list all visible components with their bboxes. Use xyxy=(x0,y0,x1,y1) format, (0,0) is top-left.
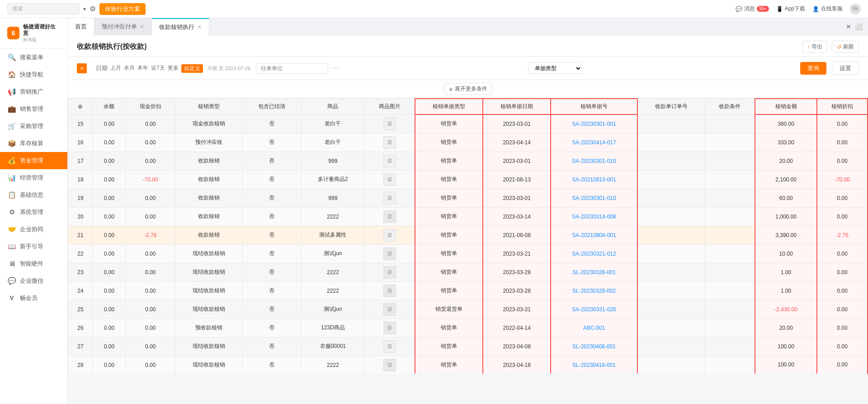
cell-cancel-bill-type: 销货单 xyxy=(415,263,483,281)
date-custom[interactable]: 自定义 xyxy=(181,64,203,73)
industry-btn[interactable]: 休验行业方案 xyxy=(99,3,146,15)
maximize-icon[interactable]: ⬜ xyxy=(855,23,863,30)
expand-label: 展开更多条件 xyxy=(455,85,487,93)
cell-cancel-bill-no[interactable]: SL-20230328-002 xyxy=(551,281,637,300)
online-service-group[interactable]: 👤 在线客服 xyxy=(812,5,843,13)
cell-cancel-bill-no[interactable]: SA-20230321-012 xyxy=(551,244,637,263)
date-last-month[interactable]: 上月 xyxy=(110,64,121,73)
bill-no-link[interactable]: SA-20210813-001 xyxy=(572,176,616,183)
cell-cancel-bill-no[interactable]: SA-20230314-008 xyxy=(551,207,637,226)
cell-cancel-bill-no[interactable]: SA-20230331-026 xyxy=(551,300,637,318)
sidebar-item-sales[interactable]: 💼 销售管理 xyxy=(0,100,67,118)
cell-cancel-bill-no[interactable]: SA-20210808-001 xyxy=(551,226,637,244)
date-this-year[interactable]: 本年 xyxy=(137,64,148,73)
sidebar-item-system[interactable]: ⚙ 系统管理 xyxy=(0,204,67,221)
filter-expand-arrow[interactable]: » xyxy=(77,63,87,73)
settings-icon[interactable]: ⚙ xyxy=(90,5,96,13)
cell-product-image: 🖼 xyxy=(365,356,415,374)
sidebar-item-purchase[interactable]: 🛒 采购管理 xyxy=(0,118,67,135)
date-more[interactable]: 更多 xyxy=(168,64,179,73)
bill-no-link[interactable]: SA-20230321-012 xyxy=(572,251,616,257)
sidebar-item-enterprise-coop[interactable]: 🤝 企业协同 xyxy=(0,221,67,238)
bill-no-link[interactable]: SA-20210808-001 xyxy=(572,232,616,238)
bill-no-link[interactable]: SA-20230314-008 xyxy=(572,214,616,220)
cell-cancel-bill-no[interactable]: SL-20230408-001 xyxy=(551,337,637,356)
user-avatar[interactable]: Rit xyxy=(850,4,861,14)
col-settings[interactable]: ⚙ xyxy=(68,99,93,114)
refresh-btn[interactable]: ↺ 刷新 xyxy=(832,41,859,53)
app-download-group[interactable]: 📱 App下载 xyxy=(776,5,805,13)
sidebar-item-search-menu[interactable]: 🔍 搜索菜单 xyxy=(0,49,67,66)
export-label: 导出 xyxy=(811,43,822,51)
quick-nav-icon: 🏠 xyxy=(7,71,16,79)
dropdown-arrow[interactable]: ▾ xyxy=(83,6,86,12)
cell-cancel-bill-no[interactable]: SA-20230301-010 xyxy=(551,189,637,207)
search-placeholder: 搜索 xyxy=(7,3,80,14)
bill-no-link[interactable]: SA-20230331-026 xyxy=(572,306,616,313)
product-img: 🖼 xyxy=(383,322,396,334)
cell-cancel-bill-no[interactable]: SA-20230301-001 xyxy=(551,114,637,133)
sidebar-item-finance[interactable]: 💰 资金管理 xyxy=(0,152,67,169)
cell-cancel-bill-no[interactable]: SL-20230328-001 xyxy=(551,263,637,281)
date-this-month[interactable]: 本月 xyxy=(124,64,135,73)
bill-no-link[interactable]: SA-20230301-010 xyxy=(572,195,616,201)
sidebar-item-starter[interactable]: 📖 新手引导 xyxy=(0,238,67,255)
cell-receipt-order-no xyxy=(637,226,705,244)
tab-home[interactable]: 首页 xyxy=(68,18,94,35)
cell-receipt-order-no xyxy=(637,170,705,189)
expand-conditions-btn[interactable]: ∨ 展开更多条件 xyxy=(444,83,492,95)
col-cancel-bill-no: 核销单据号 xyxy=(551,99,637,114)
single-type-select[interactable]: 单据类型 xyxy=(528,62,582,74)
cell-cancel-amount: 2,100.00 xyxy=(755,170,817,189)
cell-cancel-discount: 0.00 xyxy=(817,337,868,356)
tab-receipt-cancel[interactable]: 收款核销执行 ✕ xyxy=(152,18,209,35)
page-title: 收款核销执行(按收款) xyxy=(77,42,147,52)
cell-cancel-bill-no[interactable]: SA-20230414-017 xyxy=(551,133,637,152)
cell-cash-discount: 0.00 xyxy=(125,152,175,170)
cell-cancel-bill-date: 2021-08-13 xyxy=(483,170,551,189)
tab-prepay-close[interactable]: ✕ xyxy=(140,24,144,30)
export-btn[interactable]: ↑ 导出 xyxy=(802,41,827,53)
bill-no-link[interactable]: SL-20230408-001 xyxy=(572,343,616,350)
cell-cash-discount: 0.00 xyxy=(125,263,175,281)
sidebar-item-enterprise-wechat[interactable]: 💬 企业微信 xyxy=(0,272,67,290)
product-img: 🖼 xyxy=(383,210,396,223)
query-btn[interactable]: 查询 xyxy=(800,62,826,75)
sidebar-item-smart-hw[interactable]: 🖥 智能硬件 xyxy=(0,255,67,272)
cell-receipt-condition xyxy=(705,114,755,133)
cell-receipt-condition xyxy=(705,133,755,152)
filter-action-section: 查询 设置 xyxy=(800,62,859,75)
sidebar-item-inventory[interactable]: 📦 库存核算 xyxy=(0,135,67,152)
tab-prepay[interactable]: 预付冲应付单 ✕ xyxy=(94,18,152,35)
cell-cancel-type: 收款核销 xyxy=(175,170,243,189)
bill-no-link[interactable]: SL-20230418-001 xyxy=(572,362,616,368)
close-window-icon[interactable]: ✕ xyxy=(846,23,851,30)
product-img: 🖼 xyxy=(383,359,396,371)
cell-product-image: 🖼 xyxy=(365,152,415,170)
cell-receipt-order-no xyxy=(637,133,705,152)
sidebar-item-basic-info[interactable]: 📋 基础信息 xyxy=(0,186,67,204)
bill-no-link[interactable]: SL-20230328-001 xyxy=(572,269,616,276)
sidebar-item-marketing[interactable]: 📢 营销推广 xyxy=(0,83,67,100)
tab-receipt-cancel-close[interactable]: ✕ xyxy=(197,24,202,30)
bill-no-link[interactable]: SA-20230301-001 xyxy=(572,121,616,127)
filter-settings-btn[interactable]: 设置 xyxy=(832,62,859,75)
sidebar-item-quick-nav[interactable]: 🏠 快捷导航 xyxy=(0,66,67,83)
cell-cancel-bill-no[interactable]: SA-20230301-010 xyxy=(551,152,637,170)
sidebar-item-vip[interactable]: V 畅会员 xyxy=(0,290,67,307)
bill-no-link[interactable]: SA-20230301-010 xyxy=(572,158,616,164)
sidebar-item-business[interactable]: 📊 经营管理 xyxy=(0,169,67,186)
cell-cancel-bill-no[interactable]: SA-20210813-001 xyxy=(551,170,637,189)
table-row: 23 0.00 0.00 现结收款核销 否 2222 🖼 销货单 2023-03… xyxy=(68,263,868,281)
bill-no-link[interactable]: SL-20230328-002 xyxy=(572,288,616,294)
cell-cancel-bill-no[interactable]: ABC-001 xyxy=(551,318,637,337)
product-img: 🖼 xyxy=(383,303,396,316)
filter-counterparty-section: ··· xyxy=(256,63,523,74)
cell-cancel-bill-no[interactable]: SL-20230418-001 xyxy=(551,356,637,374)
bill-no-link[interactable]: ABC-001 xyxy=(583,325,605,331)
message-icon-group[interactable]: 💬 消息 99+ xyxy=(736,5,769,13)
bill-no-link[interactable]: SA-20230414-017 xyxy=(572,139,616,146)
date-7-days[interactable]: 近7天 xyxy=(151,64,165,73)
table-settings-icon[interactable]: ⚙ xyxy=(78,104,83,110)
counterparty-input[interactable] xyxy=(256,63,328,74)
